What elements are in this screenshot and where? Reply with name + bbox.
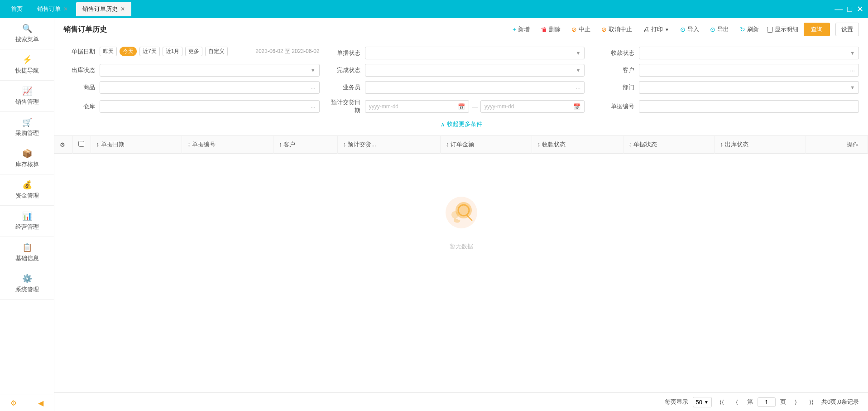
total-info: 共0页,0条记录: [821, 398, 859, 406]
stock-out-label: 出库状态: [63, 66, 100, 74]
th-checkbox[interactable]: [72, 136, 91, 154]
tab-sales-order-history[interactable]: 销售订单历史 ✕: [76, 2, 131, 16]
complete-status-label: 完成状态: [329, 66, 365, 74]
sidebar-item-sales-mgmt-label: 销售管理: [15, 98, 39, 106]
goods-input[interactable]: ···: [100, 81, 320, 94]
empty-state: 暂无数据: [54, 154, 868, 287]
sidebar-item-quick-nav[interactable]: ⚡ 快捷导航: [0, 49, 54, 81]
order-status-select[interactable]: ▼: [365, 47, 585, 59]
date-btn-yesterday[interactable]: 昨天: [100, 47, 117, 56]
salesperson-dots-icon: ···: [576, 84, 581, 91]
first-page-button[interactable]: ⟨⟨: [716, 396, 727, 407]
display-detail-checkbox[interactable]: 显示明细: [767, 25, 798, 34]
tab-sales-order-history-close[interactable]: ✕: [120, 6, 125, 12]
maximize-icon[interactable]: □: [847, 5, 852, 14]
th-customer[interactable]: ↕ 客户: [273, 136, 338, 154]
sidebar-item-finance-label: 资金管理: [15, 192, 39, 200]
export-label: 导出: [717, 25, 729, 34]
delivery-date-start-input[interactable]: yyyy-mm-dd 📅: [365, 100, 469, 113]
order-number-input[interactable]: [639, 100, 859, 113]
delivery-date-end-input[interactable]: yyyy-mm-dd 📅: [480, 100, 585, 113]
cancel-button[interactable]: ⊘ 取消中止: [599, 24, 635, 35]
date-btn-custom[interactable]: 自定义: [205, 47, 228, 56]
table-area: ⚙ ↕ 单据日期 ↕ 单据编号 ↕ 客户: [54, 136, 868, 392]
refresh-label: 刷新: [747, 25, 759, 34]
settings-bottom-icon[interactable]: ⚙: [10, 399, 17, 407]
sidebar-item-system-label: 系统管理: [15, 285, 39, 294]
settings-button[interactable]: 设置: [835, 23, 859, 36]
import-button[interactable]: ⊙ 导入: [677, 24, 702, 35]
export-button[interactable]: ⊙ 导出: [707, 24, 732, 35]
collapse-sidebar-icon[interactable]: ◀: [38, 399, 43, 407]
th-number-label: 单据编号: [192, 141, 216, 148]
sidebar-item-search-menu[interactable]: 🔍 搜索菜单: [0, 18, 54, 49]
query-button[interactable]: 查询: [804, 23, 830, 36]
prev-page-button[interactable]: ⟨: [732, 396, 743, 407]
close-icon[interactable]: ✕: [857, 4, 863, 14]
cancel-label: 取消中止: [609, 25, 632, 34]
delivery-date-range: yyyy-mm-dd 📅 — yyyy-mm-dd 📅: [365, 100, 585, 113]
th-number[interactable]: ↕ 单据编号: [182, 136, 273, 154]
goods-dots-icon: ···: [311, 84, 316, 91]
filter-area: 单据日期 昨天 今天 近7天 近1月 更多 自定义 2023-06-02 至 2…: [54, 41, 868, 136]
last-page-button[interactable]: ⟩⟩: [806, 396, 817, 407]
new-button[interactable]: + 新增: [510, 24, 532, 35]
date-btn-7days[interactable]: 近7天: [139, 47, 160, 56]
order-status-arrow-icon: ▼: [575, 50, 580, 56]
payment-status-select[interactable]: ▼: [639, 47, 859, 59]
date-btn-1month[interactable]: 近1月: [163, 47, 183, 56]
date-btn-today[interactable]: 今天: [120, 47, 137, 56]
tab-sales-order-close[interactable]: ✕: [63, 6, 68, 12]
pagination: 每页显示 50 ▼ ⟨⟨ ⟨ 第 页 ⟩ ⟩⟩ 共0页,0条记录: [54, 392, 868, 411]
next-page-button[interactable]: ⟩: [791, 396, 801, 407]
sidebar-item-operations[interactable]: 📊 经营管理: [0, 206, 54, 237]
date-label: 单据日期: [63, 48, 100, 56]
print-arrow-icon: ▼: [665, 27, 669, 32]
quick-nav-icon: ⚡: [22, 55, 32, 65]
sidebar-item-purchase-mgmt[interactable]: 🛒 采购管理: [0, 112, 54, 143]
th-date[interactable]: ↕ 单据日期: [91, 136, 182, 154]
refresh-button[interactable]: ↻ 刷新: [737, 24, 762, 35]
th-stock-out[interactable]: ↕ 出库状态: [715, 136, 806, 154]
sidebar-item-search-menu-label: 搜索菜单: [15, 35, 39, 44]
tab-home[interactable]: 首页: [5, 2, 29, 16]
delete-button[interactable]: 🗑 删除: [538, 24, 563, 35]
sidebar-item-system[interactable]: ⚙️ 系统管理: [0, 268, 54, 300]
salesperson-input[interactable]: ···: [365, 81, 585, 94]
tab-sales-order-history-label: 销售订单历史: [82, 5, 118, 13]
stop-button[interactable]: ⊘ 中止: [569, 24, 593, 35]
date-range: 2023-06-02 至 2023-06-02: [255, 48, 319, 55]
sidebar-item-finance[interactable]: 💰 资金管理: [0, 174, 54, 206]
sidebar-item-inventory[interactable]: 📦 库存核算: [0, 143, 54, 174]
warehouse-input[interactable]: ···: [100, 100, 320, 113]
per-page-select[interactable]: 50 ▼: [693, 397, 712, 407]
operations-icon: 📊: [22, 211, 32, 221]
th-settings[interactable]: ⚙: [54, 136, 72, 154]
th-amount[interactable]: ↕ 订单金额: [440, 136, 532, 154]
th-delivery[interactable]: ↕ 预计交货...: [337, 136, 440, 154]
page-input[interactable]: [758, 397, 776, 407]
minimize-icon[interactable]: —: [834, 5, 843, 14]
payment-status-label: 收款状态: [603, 49, 639, 57]
print-button[interactable]: 🖨 打印 ▼: [640, 24, 672, 35]
department-select[interactable]: ▼: [639, 81, 859, 94]
sidebar-item-sales-mgmt[interactable]: 📈 销售管理: [0, 81, 54, 112]
collapse-button[interactable]: ∧ 收起更多条件: [63, 118, 859, 130]
order-status-label: 单据状态: [329, 49, 365, 57]
th-order-status[interactable]: ↕ 单据状态: [623, 136, 715, 154]
display-detail-input[interactable]: [767, 27, 773, 33]
select-all-checkbox[interactable]: [78, 141, 84, 147]
per-page-label: 每页显示: [665, 398, 688, 406]
complete-status-select[interactable]: ▼: [365, 64, 585, 77]
date-btn-more[interactable]: 更多: [185, 47, 202, 56]
department-arrow-icon: ▼: [850, 85, 855, 90]
th-payment[interactable]: ↕ 收款状态: [532, 136, 623, 154]
sidebar-item-basic-info[interactable]: 📋 基础信息: [0, 237, 54, 268]
stop-icon: ⊘: [571, 26, 577, 33]
tab-sales-order[interactable]: 销售订单 ✕: [31, 2, 74, 16]
stock-out-select[interactable]: ▼: [100, 64, 320, 77]
customer-dots-icon: ···: [850, 67, 855, 74]
delivery-date-start-placeholder: yyyy-mm-dd: [369, 103, 398, 110]
customer-input[interactable]: ···: [639, 64, 859, 77]
sales-mgmt-icon: 📈: [22, 86, 32, 96]
